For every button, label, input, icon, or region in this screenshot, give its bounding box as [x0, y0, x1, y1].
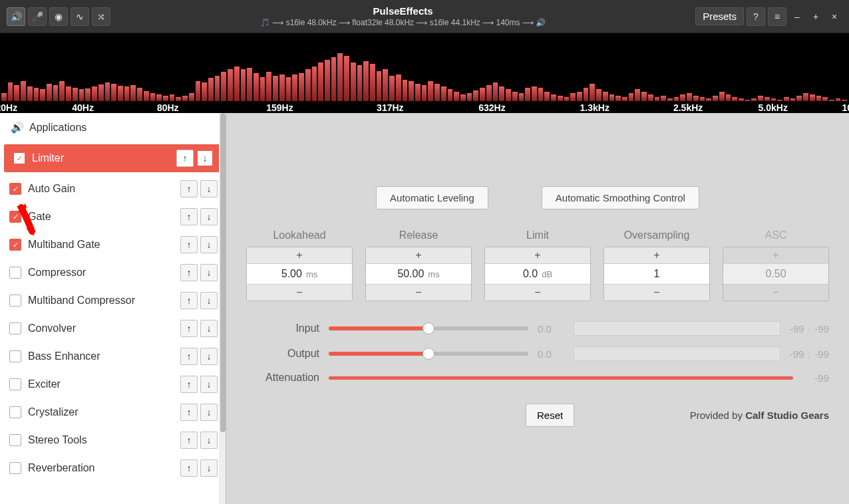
freq-label: 5.0kHz	[759, 102, 788, 113]
shuffle-icon[interactable]: ⤭	[92, 7, 110, 26]
titlebar: 🔊 🎤 ◉ ∿ ⤭ PulseEffects 🎵 ⟶ s16le 48.0kHz…	[0, 0, 849, 33]
lookahead-stepper[interactable]: + 5.00 ms −	[246, 247, 353, 301]
release-stepper[interactable]: + 50.00 ms −	[365, 247, 472, 301]
move-down-button[interactable]: ↓	[200, 432, 218, 449]
asc-minus-button[interactable]: −	[723, 285, 828, 301]
move-up-button[interactable]: ↑	[180, 320, 198, 337]
freq-label: 632Hz	[478, 102, 505, 113]
effect-row-compressor[interactable]: Compressor↑↓	[0, 259, 226, 287]
limit-minus-button[interactable]: −	[485, 285, 590, 301]
output-slider[interactable]	[329, 352, 528, 356]
release-plus-button[interactable]: +	[366, 247, 471, 263]
source-tab-icon[interactable]: 🎤	[28, 7, 47, 26]
release-param: Release + 50.00 ms −	[365, 229, 472, 301]
move-up-button[interactable]: ↑	[180, 208, 198, 225]
input-meter-r: -99	[814, 323, 829, 334]
limit-plus-button[interactable]: +	[485, 247, 590, 263]
effect-checkbox[interactable]	[9, 434, 21, 446]
sink-tab-icon[interactable]: 🔊	[7, 7, 25, 26]
move-up-button[interactable]: ↑	[180, 264, 198, 281]
automatic-leveling-button[interactable]: Automatic Leveling	[376, 186, 488, 209]
effect-checkbox[interactable]	[9, 406, 21, 418]
help-icon[interactable]: ?	[747, 7, 765, 26]
effect-label: Multiband Compressor	[28, 295, 174, 307]
input-meter	[574, 321, 780, 336]
effect-row-multiband-compressor[interactable]: Multiband Compressor↑↓	[0, 287, 226, 315]
effect-checkbox[interactable]: ✓	[9, 211, 21, 223]
move-down-button[interactable]: ↓	[200, 320, 218, 337]
effect-row-reverberation[interactable]: Reverberation↑↓	[0, 454, 226, 482]
provided-by-text: Provided by Calf Studio Gears	[690, 410, 829, 421]
limit-stepper[interactable]: + 0.0 dB −	[484, 247, 591, 301]
move-down-button[interactable]: ↓	[200, 348, 218, 365]
move-down-button[interactable]: ↓	[200, 264, 218, 281]
input-slider[interactable]	[329, 326, 528, 330]
presets-button[interactable]: Presets	[695, 7, 744, 25]
freq-label: 20Hz	[0, 102, 17, 113]
effect-checkbox[interactable]	[9, 350, 21, 362]
move-down-button[interactable]: ↓	[200, 208, 218, 225]
hamburger-icon[interactable]: ≡	[768, 7, 786, 26]
release-unit: ms	[428, 269, 439, 279]
move-down-button[interactable]: ↓	[200, 236, 218, 253]
effect-checkbox[interactable]	[9, 322, 21, 334]
effect-row-convolver[interactable]: Convolver↑↓	[0, 315, 226, 342]
effect-label: Gate	[28, 211, 174, 223]
automatic-smoothing-control-button[interactable]: Automatic Smoothing Control	[542, 186, 699, 209]
effect-checkbox[interactable]: ✓	[9, 183, 21, 195]
release-minus-button[interactable]: −	[366, 285, 471, 301]
waveform-icon[interactable]: ∿	[71, 7, 89, 26]
effect-row-crystalizer[interactable]: Crystalizer↑↓	[0, 398, 226, 426]
lookahead-plus-button[interactable]: +	[247, 247, 352, 263]
asc-param: ASC + 0.50 −	[723, 229, 829, 301]
effect-label: Convolver	[28, 322, 174, 334]
sidebar-scrollbar[interactable]	[219, 113, 226, 504]
effect-checkbox[interactable]: ✓	[9, 239, 21, 251]
output-value: 0.0	[538, 348, 564, 360]
move-up-button[interactable]: ↑	[180, 376, 198, 393]
move-down-button[interactable]: ↓	[200, 292, 218, 309]
effect-row-multiband-gate[interactable]: ✓Multiband Gate↑↓	[0, 231, 226, 259]
move-up-button[interactable]: ↑	[180, 432, 198, 449]
effect-row-stereo-tools[interactable]: Stereo Tools↑↓	[0, 426, 226, 454]
move-down-button[interactable]: ↓	[200, 404, 218, 421]
move-up-button[interactable]: ↑	[180, 236, 198, 253]
effect-checkbox[interactable]	[9, 378, 21, 390]
move-up-button[interactable]: ↑	[180, 348, 198, 365]
oversampling-minus-button[interactable]: −	[604, 285, 709, 301]
maximize-button[interactable]: +	[808, 9, 824, 25]
applications-header[interactable]: 🔊 Applications	[0, 113, 226, 142]
move-down-button[interactable]: ↓	[200, 459, 218, 477]
oversampling-label: Oversampling	[603, 229, 710, 241]
effect-row-gate[interactable]: ✓Gate↑↓	[0, 203, 226, 231]
lookahead-minus-button[interactable]: −	[247, 285, 352, 301]
input-meter-l: -99	[790, 323, 804, 334]
minimize-button[interactable]: –	[789, 9, 805, 25]
effect-checkbox[interactable]	[9, 462, 21, 474]
move-up-button[interactable]: ↑	[180, 404, 198, 421]
oversampling-stepper[interactable]: + 1 −	[603, 247, 710, 301]
reset-button[interactable]: Reset	[526, 404, 574, 427]
asc-stepper[interactable]: + 0.50 −	[723, 247, 829, 301]
move-up-button[interactable]: ↑	[176, 150, 194, 167]
lookahead-value: 5.00	[281, 268, 302, 280]
move-down-button[interactable]: ↓	[196, 150, 214, 167]
camera-icon[interactable]: ◉	[49, 7, 68, 26]
effect-checkbox[interactable]: ✓	[13, 152, 25, 164]
input-value: 0.0	[538, 323, 564, 334]
move-up-button[interactable]: ↑	[180, 292, 198, 309]
freq-label: 2.5kHz	[673, 102, 703, 113]
effect-checkbox[interactable]	[9, 267, 21, 279]
move-up-button[interactable]: ↑	[180, 459, 198, 477]
move-down-button[interactable]: ↓	[200, 376, 218, 393]
effect-checkbox[interactable]	[9, 295, 21, 307]
effect-row-bass-enhancer[interactable]: Bass Enhancer↑↓	[0, 342, 226, 370]
close-button[interactable]: ×	[826, 9, 842, 25]
asc-plus-button[interactable]: +	[723, 247, 828, 263]
effect-row-auto-gain[interactable]: ✓Auto Gain↑↓	[0, 175, 226, 203]
move-down-button[interactable]: ↓	[200, 180, 218, 197]
oversampling-plus-button[interactable]: +	[604, 247, 709, 263]
effect-row-limiter[interactable]: ✓Limiter↑↓	[4, 144, 222, 172]
move-up-button[interactable]: ↑	[180, 180, 198, 197]
effect-row-exciter[interactable]: Exciter↑↓	[0, 370, 226, 398]
